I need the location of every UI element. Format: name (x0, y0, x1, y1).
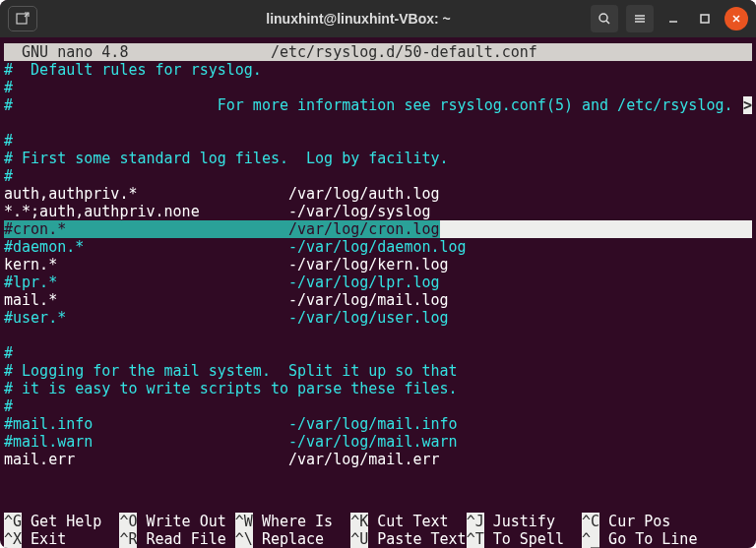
shortcut-key: ^J (467, 513, 484, 530)
shortcut-label: To Spell (484, 530, 582, 548)
hamburger-icon (633, 12, 647, 26)
menu-button[interactable] (626, 5, 654, 32)
highlight-text: #cron.* /var/log/cron.log (4, 220, 440, 238)
shortcut-key: ^G (4, 513, 22, 530)
shortcut-key: ^T (467, 530, 484, 548)
editor-line: # (4, 397, 752, 415)
shortcut-label: Read File (137, 530, 234, 548)
nano-footer: ^G Get Help ^O Write Out ^W Where Is ^K … (4, 513, 752, 548)
shortcut-key: ^_ (582, 530, 599, 548)
shortcut-key: ^C (582, 513, 599, 530)
editor-line: #daemon.* -/var/log/daemon.log (4, 238, 752, 256)
terminal-window: linuxhint@linuxhint-VBox: ~ GNU nano 4.8 (0, 0, 756, 548)
shortcut-label: Replace (253, 530, 350, 548)
shortcut-key: ^X (4, 530, 22, 548)
search-icon (598, 12, 611, 26)
editor-line: *.*;auth,authpriv.none -/var/log/syslog (4, 203, 752, 220)
highlighted-line: #cron.* /var/log/cron.log (4, 220, 752, 238)
editor-line: #mail.info -/var/log/mail.info (4, 415, 752, 433)
shortcut-label: Cur Pos (599, 513, 697, 530)
minimize-button[interactable] (662, 7, 685, 30)
editor-line: # it is easy to write scripts to parse t… (4, 380, 752, 397)
editor-line: # (4, 167, 752, 185)
shortcut-key: ^R (119, 530, 137, 548)
close-icon (730, 13, 742, 25)
svg-line-3 (606, 21, 609, 24)
editor-line: mail.* -/var/log/mail.log (4, 291, 752, 309)
titlebar: linuxhint@linuxhint-VBox: ~ (0, 0, 756, 37)
maximize-button[interactable] (693, 7, 717, 30)
nano-header-pad (644, 43, 752, 61)
titlebar-left (8, 6, 146, 31)
editor-content: # Default rules for rsyslog.## For more … (4, 61, 752, 468)
svg-rect-8 (701, 15, 709, 23)
svg-point-2 (599, 14, 607, 22)
editor-line: kern.* -/var/log/kern.log (4, 256, 752, 274)
highlight-cursor (440, 220, 752, 238)
editor-line: # Logging for the mail system. Split it … (4, 362, 752, 380)
shortcut-label: Where Is (253, 513, 350, 530)
editor-line: #lpr.* -/var/log/lpr.log (4, 274, 752, 291)
svg-rect-0 (17, 14, 27, 24)
shortcut-label: Paste Text (368, 530, 466, 548)
shortcut-key: ^\ (235, 530, 253, 548)
editor-line: #mail.warn -/var/log/mail.warn (4, 433, 752, 451)
editor-line: # (4, 344, 752, 362)
shortcut-key: ^K (350, 513, 368, 530)
continuation-indicator: > (743, 96, 752, 114)
shortcut-key: ^W (235, 513, 253, 530)
titlebar-right (571, 5, 748, 32)
shortcut-label: Justify (484, 513, 582, 530)
nano-version: GNU nano 4.8 (4, 43, 226, 61)
nano-header: GNU nano 4.8 /etc/rsyslog.d/50-default.c… (4, 43, 752, 61)
maximize-icon (699, 13, 711, 25)
editor-line (4, 114, 752, 132)
shortcut-label: Cut Text (368, 513, 466, 530)
footer-row-2: ^X Exit ^R Read File ^\ Replace ^U Paste… (4, 530, 752, 548)
search-button[interactable] (591, 5, 618, 32)
editor-line: # First some standard log files. Log by … (4, 150, 752, 167)
editor-line: # (4, 132, 752, 150)
nano-filename: /etc/rsyslog.d/50-default.conf (226, 43, 644, 61)
editor-line: mail.err /var/log/mail.err (4, 451, 752, 468)
shortcut-label: Exit (22, 530, 119, 548)
shortcut-label: Write Out (137, 513, 234, 530)
editor-line: # Default rules for rsyslog. (4, 61, 752, 79)
editor-line (4, 327, 752, 344)
terminal-body[interactable]: GNU nano 4.8 /etc/rsyslog.d/50-default.c… (0, 37, 756, 548)
shortcut-label: Get Help (22, 513, 119, 530)
shortcut-key: ^U (350, 530, 368, 548)
editor-line: # For more information see rsyslog.conf(… (4, 96, 752, 114)
editor-line: # (4, 79, 752, 96)
window-title: linuxhint@linuxhint-VBox: ~ (146, 11, 571, 27)
editor-line: #user.* -/var/log/user.log (4, 309, 752, 327)
shortcut-key: ^O (119, 513, 137, 530)
editor-line: auth,authpriv.* /var/log/auth.log (4, 185, 752, 203)
minimize-icon (667, 13, 679, 25)
footer-row-1: ^G Get Help ^O Write Out ^W Where Is ^K … (4, 513, 752, 530)
shortcut-label: Go To Line (599, 530, 697, 548)
new-tab-icon (15, 11, 31, 27)
close-button[interactable] (724, 7, 748, 30)
new-tab-button[interactable] (8, 6, 37, 31)
